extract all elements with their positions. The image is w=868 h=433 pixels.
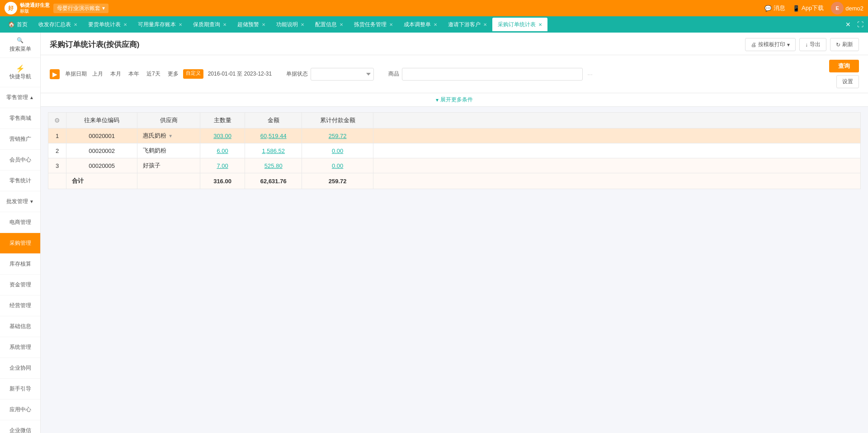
refresh-icon: ↻	[836, 42, 840, 48]
status-label: 单据状态	[286, 70, 308, 78]
table-header-row: ⚙ 往来单位编码 供应商 主数量 金额 累计付款金额	[48, 113, 861, 128]
chevron-down-icon: ▼	[29, 199, 34, 204]
sidebar-item-inventory[interactable]: 库存核算	[0, 254, 40, 275]
refresh-btn[interactable]: ↻ 刷新	[830, 38, 859, 51]
table-row[interactable]: 3 00020005 好孩子 7.00 525.80 0.00	[48, 158, 861, 173]
close-icon[interactable]: ✕	[74, 22, 77, 27]
tab-pick-task[interactable]: 拣货任务管理 ✕	[349, 18, 398, 31]
footer-empty1	[48, 173, 66, 189]
cell-supplier: 惠氏奶粉▼	[137, 128, 200, 143]
this-month-btn[interactable]: 本月	[108, 69, 124, 79]
close-icon[interactable]: ✕	[389, 22, 393, 27]
close-icon[interactable]: ✕	[434, 22, 437, 27]
tab-function-desc[interactable]: 功能说明 ✕	[271, 18, 310, 31]
maximize-btn[interactable]: ⛶	[855, 20, 865, 29]
this-year-btn[interactable]: 本年	[126, 69, 142, 79]
sidebar-item-operations[interactable]: 经营管理	[0, 295, 40, 316]
tab-available-stock[interactable]: 可用量库存账本 ✕	[132, 18, 188, 31]
sidebar-item-ecommerce[interactable]: 电商管理	[0, 212, 40, 233]
close-all-tabs-btn[interactable]: ✕	[844, 20, 853, 29]
sidebar-item-retail-mall[interactable]: 零售商城	[0, 108, 40, 129]
home-icon: 🏠	[8, 21, 15, 28]
close-icon[interactable]: ✕	[223, 22, 226, 27]
tab-config-info[interactable]: 配置信息 ✕	[310, 18, 349, 31]
chevron-down-icon: ▾	[102, 5, 105, 11]
more-date-btn[interactable]: 更多	[165, 69, 181, 79]
sidebar-item-search[interactable]: 🔍 搜索菜单	[0, 33, 40, 58]
user-avatar: E	[831, 2, 844, 14]
sidebar-item-retail-stats[interactable]: 零售统计	[0, 171, 40, 191]
sidebar-item-retail[interactable]: 零售管理 ▲	[0, 87, 40, 108]
close-icon[interactable]: ✕	[179, 22, 182, 27]
sidebar-item-enterprise-wechat[interactable]: 企业微信	[0, 420, 40, 433]
tab-cost-adjust[interactable]: 成本调整单 ✕	[398, 18, 443, 31]
sidebar-item-quick-nav[interactable]: ⚡ 快捷导航	[0, 58, 40, 87]
cell-amount: 1,586.52	[245, 143, 302, 158]
tab-order-summary[interactable]: 要货单统计表 ✕	[83, 18, 132, 31]
close-icon[interactable]: ✕	[123, 22, 127, 27]
cell-seq: 2	[48, 143, 66, 158]
filter-bar: ▶ 单据日期 上月 本月 本年 近7天 更多 自定义 2016-01-01 至 …	[41, 55, 868, 93]
expand-more-btn[interactable]: ▾ 展开更多条件	[436, 96, 473, 104]
tab-receive-summary[interactable]: 收发存汇总表 ✕	[33, 18, 83, 31]
workspace-selector[interactable]: 母婴行业演示账套 ▾	[53, 4, 108, 13]
close-icon[interactable]: ✕	[538, 22, 542, 27]
query-btn[interactable]: 查询	[829, 60, 859, 72]
sidebar-item-purchase[interactable]: 采购管理	[0, 233, 40, 254]
sidebar-item-new-guide[interactable]: 新手引导	[0, 379, 40, 400]
cell-seq: 3	[48, 158, 66, 173]
th-supplier: 供应商	[137, 113, 200, 128]
page-title: 采购订单统计表(按供应商)	[50, 39, 139, 50]
sidebar-item-marketing[interactable]: 营销推广	[0, 129, 40, 150]
status-select[interactable]	[311, 68, 374, 81]
last-month-btn[interactable]: 上月	[90, 69, 106, 79]
close-icon[interactable]: ✕	[301, 22, 304, 27]
tab-purchase-summary[interactable]: 采购订单统计表 ✕	[492, 18, 547, 31]
sidebar-item-app-center[interactable]: 应用中心	[0, 400, 40, 420]
gear-icon[interactable]: ⚙	[54, 117, 60, 124]
table-row[interactable]: 2 00020002 飞鹤奶粉 6.00 1,586.52 0.00	[48, 143, 861, 158]
tab-invite-downstream[interactable]: 邀请下游客户 ✕	[443, 18, 492, 31]
goods-label: 商品	[388, 70, 399, 78]
close-icon[interactable]: ✕	[483, 22, 487, 27]
sidebar-item-member[interactable]: 会员中心	[0, 150, 40, 171]
logo-area: 好 畅捷通好生意 标版	[5, 2, 50, 14]
chevron-down-icon: ▾	[787, 42, 790, 48]
logo-icon: 好	[5, 2, 17, 14]
sidebar-item-system[interactable]: 系统管理	[0, 337, 40, 358]
settings-btn[interactable]: 设置	[836, 75, 859, 88]
tab-home[interactable]: 🏠 首页	[3, 18, 33, 31]
print-icon: 🖨	[751, 42, 756, 48]
app-download-btn[interactable]: 📱 App下载	[793, 4, 824, 12]
cell-unit-code: 00020002	[66, 143, 137, 158]
goods-input[interactable]	[402, 68, 583, 81]
export-btn[interactable]: ↓ 导出	[799, 38, 826, 51]
close-icon[interactable]: ✕	[340, 22, 343, 27]
cell-amount: 60,519.44	[245, 128, 302, 143]
expand-more-label: 展开更多条件	[440, 96, 473, 104]
query-actions: 查询 设置	[829, 60, 859, 88]
filter-toggle-btn[interactable]: ▶	[50, 69, 60, 79]
nav-tabs: 🏠 首页 收发存汇总表 ✕ 要货单统计表 ✕ 可用量库存账本 ✕ 保质期查询 ✕…	[0, 16, 868, 33]
sidebar-item-finance[interactable]: 资金管理	[0, 275, 40, 295]
close-icon[interactable]: ✕	[262, 22, 265, 27]
sidebar-item-enterprise-collab[interactable]: 企业协同	[0, 358, 40, 379]
user-menu[interactable]: E demo2	[831, 2, 863, 14]
table-area: ⚙ 往来单位编码 供应商 主数量 金额 累计付款金额 1 00020001	[41, 107, 868, 433]
message-btn[interactable]: 💬 消息	[764, 4, 785, 12]
last-7-days-btn[interactable]: 近7天	[144, 69, 163, 79]
chevron-down-icon: ▲	[29, 95, 34, 100]
message-label: 消息	[774, 4, 785, 12]
template-print-btn[interactable]: 🖨 按模板打印 ▾	[745, 38, 796, 51]
table-footer-row: 合计 316.00 62,631.76 259.72	[48, 173, 861, 189]
tab-shelf-life[interactable]: 保质期查询 ✕	[188, 18, 232, 31]
workspace-label: 母婴行业演示账套	[57, 5, 100, 12]
sidebar-item-basic-info[interactable]: 基础信息	[0, 316, 40, 337]
table-row[interactable]: 1 00020001 惠氏奶粉▼ 303.00 60,519.44 259.72	[48, 128, 861, 143]
cell-paid-amount: 259.72	[302, 128, 373, 143]
logo-text: 畅捷通好生意	[20, 2, 50, 8]
sidebar-item-wholesale[interactable]: 批发管理 ▼	[0, 191, 40, 212]
goods-input-more[interactable]: ···	[587, 71, 593, 78]
export-icon: ↓	[805, 42, 808, 48]
tab-overstock[interactable]: 超储预警 ✕	[232, 18, 271, 31]
